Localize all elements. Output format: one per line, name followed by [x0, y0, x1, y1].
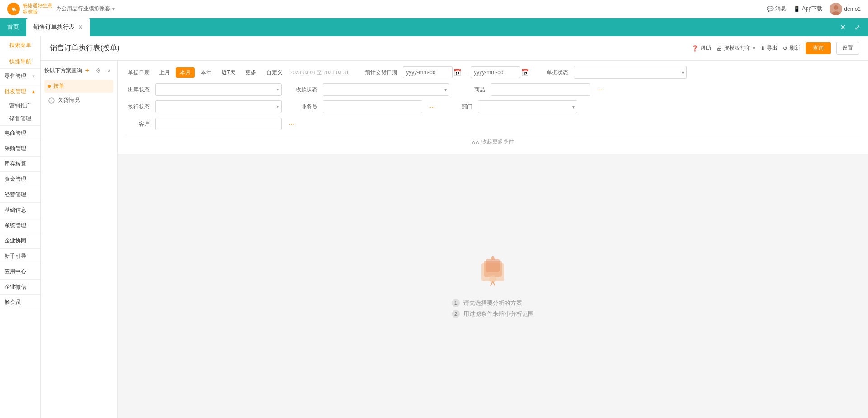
- sidebar-item-sales-mgmt[interactable]: 销售管理: [0, 112, 40, 125]
- salesperson-input[interactable]: [323, 100, 422, 113]
- sidebar-item-basic-info[interactable]: 基础信息: [0, 203, 40, 218]
- date-calendar-icon-1[interactable]: 📅: [453, 69, 461, 76]
- refresh-icon: ↺: [783, 45, 788, 52]
- logo-text: 畅捷通好生意 标准版: [23, 3, 52, 14]
- add-scheme-btn[interactable]: +: [83, 66, 92, 75]
- date-btn-more[interactable]: 更多: [241, 67, 260, 78]
- tip-num-2: 2: [452, 310, 460, 318]
- salesperson-more-btn[interactable]: ···: [428, 103, 437, 110]
- out-status-label: 出库状态: [125, 86, 150, 94]
- header-left: 畅 畅捷通好生意 标准版 办公用品行业模拟账套 ▾: [7, 3, 115, 15]
- filter-row-3: 执行状态 ▾ 业务员 ··· 部门 ▾: [125, 100, 861, 113]
- filter-bar: 单据日期 上月 本月 本年 近7天 更多 自定义 2023-03-01 至 20…: [118, 61, 868, 154]
- sidebar-group-purchase: 采购管理: [0, 141, 40, 157]
- retail-arrow-icon: ▼: [31, 74, 36, 79]
- receipt-status-select[interactable]: [323, 83, 449, 96]
- status-label: 单据状态: [543, 69, 568, 76]
- help-btn[interactable]: ❓ 帮助: [692, 44, 711, 52]
- dept-wrap: ▾: [478, 100, 577, 113]
- expected-date-group: 📅 — 📅: [403, 66, 529, 78]
- message-icon: 💬: [767, 6, 774, 12]
- shortage-icon: !: [48, 97, 55, 104]
- sidebar-item-ecommerce[interactable]: 电商管理: [0, 126, 40, 141]
- sidebar-item-retail[interactable]: 零售管理 ▼: [0, 69, 40, 84]
- export-btn[interactable]: ⬇ 导出: [760, 44, 778, 52]
- exec-status-select[interactable]: [155, 100, 282, 113]
- settings-scheme-btn[interactable]: ⚙: [94, 66, 103, 75]
- tab-home[interactable]: 首页: [0, 18, 26, 36]
- sidebar-item-marketing[interactable]: 营销推广: [0, 99, 40, 112]
- tab-close-window-btn[interactable]: ✕: [837, 22, 848, 33]
- sidebar-item-enterprise[interactable]: 企业协同: [0, 233, 40, 248]
- help-icon: ❓: [692, 45, 698, 52]
- date-btn-thisyear[interactable]: 本年: [197, 67, 216, 78]
- date-btn-7days[interactable]: 近7天: [217, 67, 240, 78]
- sidebar-item-newuser[interactable]: 新手引导: [0, 249, 40, 264]
- sidebar-item-wechat[interactable]: 企业微信: [0, 280, 40, 294]
- user-action[interactable]: demo2: [830, 3, 861, 15]
- dept-select[interactable]: [478, 100, 577, 113]
- breadcrumb[interactable]: 办公用品行业模拟账套 ▾: [56, 5, 115, 13]
- collapse-panel-btn[interactable]: «: [104, 66, 113, 75]
- date-group: 上月 本月 本年 近7天 更多 自定义 2023-03-01 至 2023-03…: [155, 67, 350, 78]
- left-panel-header: 按以下方案查询 + ⚙ «: [44, 66, 113, 75]
- query-btn[interactable]: 查询: [806, 42, 831, 54]
- svg-point-3: [834, 5, 838, 10]
- salesperson-label: 业务员: [292, 103, 317, 111]
- expected-date-start[interactable]: [403, 66, 453, 78]
- sidebar-item-inventory[interactable]: 库存核算: [0, 157, 40, 171]
- left-panel: 按以下方案查询 + ⚙ « 按单 ! 欠货情况: [41, 61, 118, 418]
- print-dropdown-icon[interactable]: ▾: [753, 46, 755, 51]
- customer-input[interactable]: [155, 118, 282, 130]
- sidebar-item-wholesale[interactable]: 批发管理 ▲: [0, 84, 40, 99]
- svg-marker-13: [491, 256, 495, 260]
- tab-sales-order[interactable]: 销售订单执行表 ✕: [26, 18, 90, 36]
- sidebar-search-section: 搜索菜单: [0, 36, 40, 55]
- out-status-select[interactable]: [155, 83, 282, 96]
- goods-input[interactable]: [491, 83, 590, 96]
- breadcrumb-arrow[interactable]: ▾: [112, 6, 115, 12]
- print-btn[interactable]: 🖨 按模板打印 ▾: [717, 44, 755, 52]
- refresh-btn[interactable]: ↺ 刷新: [783, 44, 800, 52]
- scheme-item-order[interactable]: 按单: [44, 80, 113, 93]
- sidebar-group-inventory: 库存核算: [0, 157, 40, 172]
- search-menu-btn[interactable]: 搜索菜单: [4, 40, 37, 51]
- sidebar-item-purchase[interactable]: 采购管理: [0, 141, 40, 156]
- tab-expand-btn[interactable]: ⤢: [852, 22, 863, 33]
- status-select[interactable]: [574, 66, 687, 79]
- status-select-wrap: ▾: [574, 66, 687, 79]
- sidebar-item-appcenter[interactable]: 应用中心: [0, 264, 40, 279]
- content-area: 销售订单执行表(按单) ❓ 帮助 🖨 按模板打印 ▾ ⬇ 导出: [41, 36, 868, 418]
- sidebar-item-finance[interactable]: 资金管理: [0, 172, 40, 187]
- date-btn-custom[interactable]: 自定义: [262, 67, 287, 78]
- quick-nav-btn[interactable]: 快捷导航: [0, 55, 40, 69]
- date-btn-thismonth[interactable]: 本月: [176, 67, 195, 78]
- exec-status-wrap: ▾: [155, 100, 282, 113]
- date-calendar-icon-2[interactable]: 📅: [521, 69, 529, 76]
- settings-btn[interactable]: 设置: [836, 42, 859, 55]
- sidebar: 搜索菜单 快捷导航 零售管理 ▼ 批发管理 ▲ 营销推广 销售管理 电商管理 采…: [0, 36, 41, 418]
- sidebar-group-member: 畅会员: [0, 295, 40, 310]
- filter-row-2: 出库状态 ▾ 收款状态 ▾ 商品 ···: [125, 83, 861, 96]
- tab-bar-right: ✕ ⤢: [837, 22, 868, 33]
- empty-illustration: [475, 254, 511, 292]
- customer-more-btn[interactable]: ···: [287, 120, 296, 128]
- expected-date-label: 预计交货日期: [365, 69, 397, 76]
- tab-close-icon[interactable]: ✕: [78, 24, 83, 30]
- sidebar-item-system[interactable]: 系统管理: [0, 218, 40, 233]
- empty-tip-1: 1 请先选择要分析的方案: [452, 299, 534, 307]
- svg-rect-9: [486, 259, 500, 272]
- expected-date-end[interactable]: [471, 66, 520, 78]
- goods-more-btn[interactable]: ···: [595, 86, 604, 93]
- wholesale-arrow-icon: ▲: [31, 89, 36, 94]
- page-title-row: 销售订单执行表(按单) ❓ 帮助 🖨 按模板打印 ▾ ⬇ 导出: [50, 42, 859, 55]
- logo-area: 畅 畅捷通好生意 标准版: [7, 3, 52, 15]
- message-action[interactable]: 💬 消息: [767, 5, 786, 13]
- sidebar-item-member[interactable]: 畅会员: [0, 295, 40, 310]
- collapse-row[interactable]: ∧∧ 收起更多条件: [125, 135, 861, 148]
- sidebar-item-operations[interactable]: 经营管理: [0, 187, 40, 202]
- svg-text:!: !: [51, 99, 52, 103]
- app-download-action[interactable]: 📱 App下载: [793, 5, 822, 13]
- scheme-item-shortage[interactable]: ! 欠货情况: [44, 94, 113, 107]
- date-btn-lastmonth[interactable]: 上月: [155, 67, 174, 78]
